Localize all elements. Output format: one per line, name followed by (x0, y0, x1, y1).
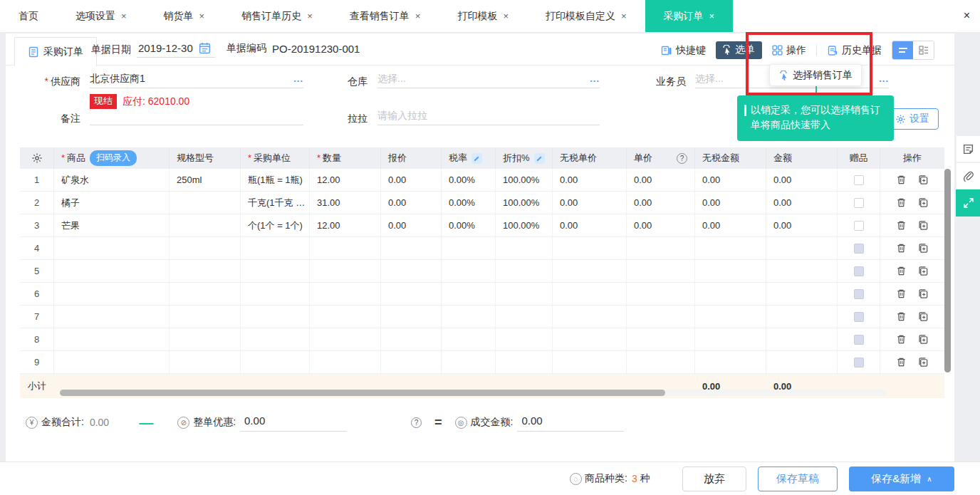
top-tab[interactable]: 查看销售订单 × (331, 0, 439, 32)
cell-notax-amount[interactable] (695, 351, 766, 373)
cell-notax-amount[interactable] (695, 237, 766, 259)
cell-tax[interactable]: 0.00% (442, 169, 496, 191)
cell-notax-price[interactable] (553, 237, 627, 259)
select-sales-order-menu-item[interactable]: 选择销售订单 (769, 64, 862, 86)
cell-spec[interactable] (170, 283, 241, 305)
cell-qty[interactable] (310, 351, 381, 373)
copy-row-icon[interactable] (918, 311, 929, 322)
cell-price[interactable] (627, 237, 695, 259)
copy-row-icon[interactable] (918, 357, 929, 368)
shortcut-keys-button[interactable]: 快捷键 (661, 44, 706, 57)
cell-spec[interactable]: 250ml (170, 169, 241, 191)
cell-tax[interactable] (442, 306, 496, 328)
cell-quote[interactable] (381, 306, 442, 328)
table-row[interactable]: 8 (20, 328, 944, 351)
cell-spec[interactable] (170, 237, 241, 259)
cell-amount[interactable]: 0.00 (766, 192, 838, 214)
actions-button[interactable]: 操作 (772, 44, 806, 57)
copy-row-icon[interactable] (918, 220, 929, 231)
top-tab[interactable]: 销售订单历史 × (223, 0, 331, 32)
cell-qty[interactable] (310, 283, 381, 305)
cell-notax-amount[interactable]: 0.00 (695, 192, 766, 214)
copy-row-icon[interactable] (918, 197, 929, 208)
table-row[interactable]: 7 (20, 306, 944, 328)
cell-tax[interactable] (442, 283, 496, 305)
cell-unit[interactable] (241, 351, 310, 373)
gift-checkbox[interactable] (854, 244, 864, 254)
top-tab[interactable]: 选项设置 × (57, 0, 145, 32)
delete-row-icon[interactable] (896, 311, 907, 322)
tab-close-icon[interactable]: × (621, 11, 627, 21)
cell-notax-price[interactable] (553, 283, 627, 305)
tab-close-icon[interactable]: × (415, 11, 421, 21)
cell-quote[interactable]: 0.00 (381, 169, 442, 191)
salesman-picker-dots[interactable]: ... (879, 73, 889, 84)
copy-row-icon[interactable] (918, 334, 929, 345)
close-all-tabs-icon[interactable]: × (964, 9, 970, 22)
supplier-picker-dots[interactable]: ... (293, 73, 303, 84)
delete-row-icon[interactable] (896, 266, 907, 276)
delete-row-icon[interactable] (896, 220, 907, 231)
gift-checkbox[interactable] (854, 198, 864, 208)
copy-row-icon[interactable] (918, 266, 929, 276)
price-help-icon[interactable]: ? (677, 153, 687, 164)
horizontal-scrollbar[interactable] (60, 390, 886, 396)
cell-quote[interactable] (381, 351, 442, 373)
cell-price[interactable] (627, 260, 695, 282)
cell-amount[interactable] (766, 351, 838, 373)
list-view-button[interactable] (892, 41, 913, 59)
summary-help-icon[interactable]: ? (411, 417, 422, 428)
cell-product[interactable]: 芒果 (54, 214, 170, 236)
cell-spec[interactable] (170, 260, 241, 282)
cell-spec[interactable] (170, 351, 241, 373)
cell-discount[interactable] (496, 328, 553, 350)
top-tab[interactable]: 销货单 × (145, 0, 224, 32)
cell-product[interactable]: 橘子 (54, 192, 170, 214)
cell-notax-amount[interactable] (695, 306, 766, 328)
tab-close-icon[interactable]: × (709, 11, 715, 21)
cell-discount[interactable]: 100.00% (496, 192, 553, 214)
cell-discount[interactable] (496, 237, 553, 259)
table-row[interactable]: 5 (20, 260, 944, 283)
cell-price[interactable] (627, 328, 695, 350)
table-row[interactable]: 9 (20, 351, 944, 374)
cell-notax-price[interactable]: 0.00 (553, 214, 627, 236)
cell-notax-amount[interactable] (695, 260, 766, 282)
tab-close-icon[interactable]: × (121, 11, 127, 21)
cell-qty[interactable]: 31.00 (310, 192, 381, 214)
save-draft-button[interactable]: 保存草稿 (758, 467, 838, 491)
calendar-icon[interactable] (199, 42, 211, 54)
delete-row-icon[interactable] (896, 243, 907, 254)
cell-unit[interactable]: 千克(1千克 … (241, 192, 310, 214)
cell-tax[interactable] (442, 237, 496, 259)
cell-qty[interactable]: 12.00 (310, 169, 381, 191)
cell-unit[interactable]: 个(1个 = 1个) (241, 214, 310, 236)
cell-notax-price[interactable] (553, 260, 627, 282)
cell-notax-amount[interactable]: 0.00 (695, 169, 766, 191)
gift-checkbox[interactable] (854, 289, 864, 299)
cell-unit[interactable] (241, 260, 310, 282)
tab-close-icon[interactable]: × (307, 11, 313, 21)
history-docs-button[interactable]: 历史单据 (827, 44, 882, 57)
cell-amount[interactable] (766, 260, 838, 282)
gift-checkbox[interactable] (854, 358, 864, 368)
save-and-new-button[interactable]: 保存&新增 ∧ (849, 467, 954, 491)
cell-unit[interactable]: 瓶(1瓶 = 1瓶) (241, 169, 310, 191)
attachment-tool-button[interactable] (956, 162, 980, 189)
cell-discount[interactable] (496, 351, 553, 373)
delete-row-icon[interactable] (896, 174, 907, 185)
doc-date-input[interactable]: 2019-12-30 (137, 42, 215, 58)
cell-notax-price[interactable]: 0.00 (553, 169, 627, 191)
vertical-scrollbar[interactable] (944, 169, 951, 374)
cell-quote[interactable] (381, 283, 442, 305)
cell-discount[interactable]: 100.00% (496, 169, 553, 191)
cell-notax-price[interactable] (553, 351, 627, 373)
gift-checkbox[interactable] (854, 335, 864, 345)
cell-discount[interactable] (496, 306, 553, 328)
cell-qty[interactable]: 12.00 (310, 214, 381, 236)
cell-product[interactable]: 矿泉水 (54, 169, 170, 191)
cell-tax[interactable] (442, 351, 496, 373)
expand-tool-button[interactable] (956, 189, 980, 217)
delete-row-icon[interactable] (896, 334, 907, 345)
cell-spec[interactable] (170, 214, 241, 236)
